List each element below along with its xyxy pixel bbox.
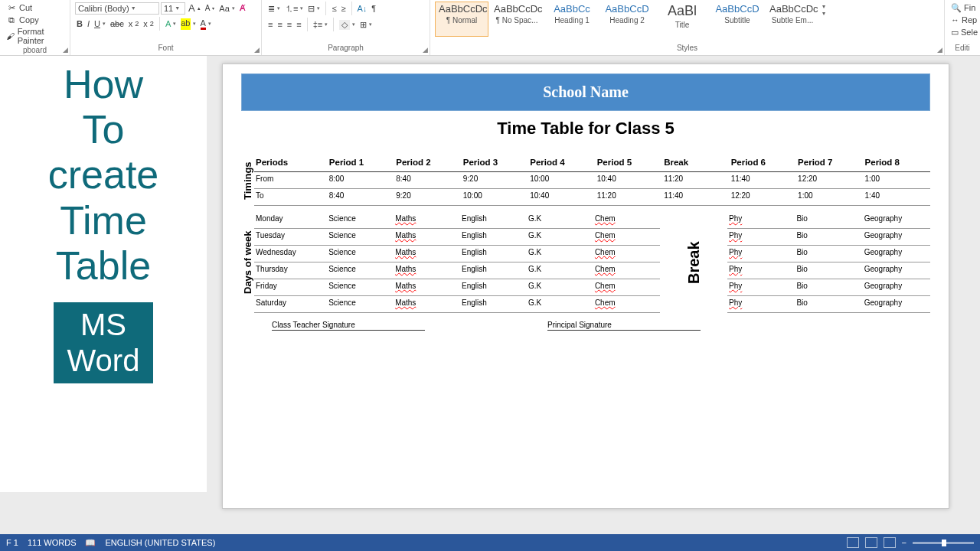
text-effects-button[interactable]: A▾ bbox=[164, 18, 178, 29]
table-row: FridayScienceMathsEnglishG.KChem bbox=[254, 279, 660, 296]
subscript-button[interactable]: x2 bbox=[127, 18, 141, 29]
style-card[interactable]: AaBbCcHeading 1 bbox=[545, 2, 599, 37]
editing-label: Editi bbox=[949, 44, 975, 54]
style-card[interactable]: AaBlTitle bbox=[655, 2, 709, 37]
table-cell: Maths bbox=[394, 214, 460, 223]
table-cell: G.K bbox=[527, 298, 593, 307]
copy-button[interactable]: ⧉Copy bbox=[5, 14, 65, 26]
table-cell: 11:40 bbox=[662, 191, 729, 200]
font-name-select[interactable]: Calibri (Body)▼ bbox=[75, 2, 159, 15]
table-cell: Period 8 bbox=[864, 158, 930, 167]
signature-line bbox=[547, 330, 701, 331]
styles-gallery[interactable]: AaBbCcDc¶ NormalAaBbCcDc¶ No Spac...AaBb… bbox=[435, 2, 939, 37]
table-row: MondayScienceMathsEnglishG.KChem bbox=[254, 212, 660, 229]
dialog-launcher-icon[interactable]: ◢ bbox=[423, 46, 428, 54]
increase-indent-button[interactable]: ≥ bbox=[339, 3, 347, 14]
dialog-launcher-icon[interactable]: ◢ bbox=[937, 46, 942, 54]
styles-more-button[interactable]: ▾▾ bbox=[821, 2, 827, 37]
underline-button[interactable]: U▾ bbox=[93, 18, 107, 29]
table-cell: Maths bbox=[394, 282, 460, 290]
table-cell: Phy bbox=[727, 298, 795, 307]
align-right-button[interactable]: ≡ bbox=[286, 19, 293, 30]
signature-line bbox=[272, 330, 425, 331]
table-cell: Wednesday bbox=[254, 248, 327, 256]
shrink-font-button[interactable]: A▾ bbox=[204, 3, 217, 13]
zoom-slider[interactable] bbox=[913, 542, 974, 544]
read-mode-icon[interactable] bbox=[847, 537, 859, 548]
table-cell: Geography bbox=[863, 231, 930, 240]
table-row: PhyBioGeography bbox=[727, 212, 930, 229]
style-card[interactable]: AaBbCcDc¶ Normal bbox=[435, 2, 488, 37]
find-button[interactable]: 🔍Fin bbox=[949, 2, 975, 14]
table-cell: G.K bbox=[527, 265, 593, 273]
bold-button[interactable]: B bbox=[75, 18, 84, 29]
table-cell: Chem bbox=[593, 248, 660, 256]
table-cell: Bio bbox=[795, 248, 862, 256]
table-row: From8:008:409:2010:0010:4011:2011:4012:2… bbox=[254, 172, 930, 189]
align-left-button[interactable]: ≡ bbox=[266, 19, 274, 30]
line-spacing-button[interactable]: ‡≡▾ bbox=[312, 19, 330, 30]
language-indicator[interactable]: ENGLISH (UNITED STATES) bbox=[105, 538, 215, 547]
table-cell: Periods bbox=[254, 158, 328, 167]
table-cell: Period 5 bbox=[596, 158, 662, 167]
style-card[interactable]: AaBbCcDHeading 2 bbox=[600, 2, 654, 37]
web-layout-icon[interactable] bbox=[884, 537, 896, 548]
proofing-icon[interactable]: 📖 bbox=[85, 538, 96, 548]
table-cell: 8:40 bbox=[394, 174, 461, 183]
clear-format-button[interactable]: A̸ bbox=[238, 2, 247, 14]
word-count[interactable]: 111 WORDS bbox=[28, 538, 77, 547]
table-cell: Maths bbox=[394, 298, 460, 307]
superscript-button[interactable]: x2 bbox=[142, 18, 155, 29]
show-marks-button[interactable]: ¶ bbox=[370, 3, 377, 14]
print-layout-icon[interactable] bbox=[865, 537, 877, 548]
change-case-button[interactable]: Aa▾ bbox=[217, 3, 236, 14]
table-cell: 1:00 bbox=[864, 174, 930, 183]
grow-font-button[interactable]: A▴ bbox=[187, 2, 202, 15]
table-cell: Period 2 bbox=[394, 158, 461, 167]
zoom-out-button[interactable]: − bbox=[902, 538, 906, 547]
table-cell: 8:00 bbox=[328, 174, 394, 183]
font-size-select[interactable]: 11▼ bbox=[161, 2, 185, 15]
page[interactable]: School Name Time Table for Class 5 Timin… bbox=[222, 64, 949, 509]
table-cell: Period 3 bbox=[462, 158, 528, 167]
align-center-button[interactable]: ≡ bbox=[276, 19, 283, 30]
dialog-launcher-icon[interactable]: ◢ bbox=[63, 46, 68, 54]
table-row: WednesdayScienceMathsEnglishG.KChem bbox=[254, 246, 660, 262]
cut-button[interactable]: ✂Cut bbox=[5, 2, 65, 14]
italic-button[interactable]: I bbox=[86, 18, 91, 29]
table-cell: Maths bbox=[394, 265, 460, 273]
overlay-text: How To create Time Table bbox=[48, 62, 159, 289]
strike-button[interactable]: abc bbox=[109, 18, 126, 29]
table-cell: To bbox=[254, 191, 328, 200]
bullets-button[interactable]: ≣▾ bbox=[266, 3, 282, 15]
font-color-button[interactable]: A▾ bbox=[199, 18, 213, 31]
chevron-down-icon: ▼ bbox=[175, 5, 180, 11]
table-cell: G.K bbox=[527, 214, 593, 223]
table-cell: 12:20 bbox=[730, 191, 796, 200]
style-card[interactable]: AaBbCcDc¶ No Spac... bbox=[490, 2, 544, 37]
table-cell: Science bbox=[327, 298, 394, 307]
dialog-launcher-icon[interactable]: ◢ bbox=[254, 46, 260, 54]
table-row: PhyBioGeography bbox=[727, 279, 930, 296]
borders-button[interactable]: ⊞▾ bbox=[358, 19, 374, 31]
style-card[interactable]: AaBbCcDcSubtle Em... bbox=[766, 2, 819, 37]
highlight-button[interactable]: ab▾ bbox=[179, 18, 197, 31]
table-cell: Phy bbox=[727, 282, 795, 290]
replace-button[interactable]: ↔Rep bbox=[949, 14, 975, 26]
sort-button[interactable]: A↓ bbox=[356, 3, 369, 14]
multilevel-button[interactable]: ⊟▾ bbox=[306, 3, 322, 15]
decrease-indent-button[interactable]: ≤ bbox=[330, 3, 338, 14]
table-cell: 1:40 bbox=[864, 191, 930, 200]
shading-button[interactable]: ◇▾ bbox=[338, 19, 357, 31]
justify-button[interactable]: ≡ bbox=[295, 19, 302, 30]
table-cell: Bio bbox=[795, 231, 862, 240]
numbering-button[interactable]: ⒈≡▾ bbox=[283, 2, 305, 15]
table-cell: Science bbox=[327, 214, 394, 223]
format-painter-button[interactable]: 🖌Format Painter bbox=[5, 26, 65, 46]
style-card[interactable]: AaBbCcDSubtitle bbox=[710, 2, 764, 37]
table-cell: Bio bbox=[795, 265, 862, 273]
page-indicator[interactable]: F 1 bbox=[6, 538, 18, 547]
select-button[interactable]: ▭Sele bbox=[949, 26, 975, 38]
chevron-down-icon: ▼ bbox=[131, 5, 136, 11]
table-row: PhyBioGeography bbox=[727, 246, 930, 262]
